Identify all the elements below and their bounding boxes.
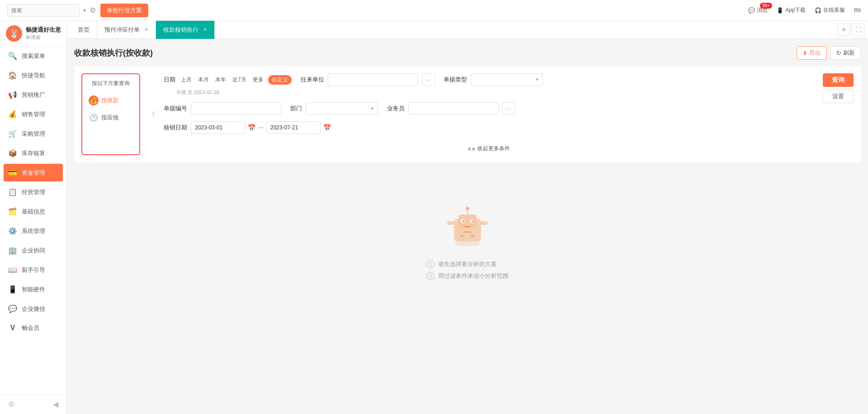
salesperson-dots-button[interactable]: ···	[502, 102, 515, 115]
sidebar-logo: 🐰 畅捷通好生意 标准版	[0, 21, 66, 46]
salesperson-input[interactable]	[408, 102, 499, 115]
sidebar-item-member[interactable]: V 畅会员	[0, 319, 66, 338]
writeoff-start-cal-icon[interactable]: 📅	[248, 124, 255, 131]
filter-collapse-arrow[interactable]: 《	[147, 101, 156, 128]
refresh-button[interactable]: ↻ 刷新	[830, 46, 861, 60]
sidebar-item-label: 库存核算	[22, 149, 45, 157]
settings-bottom-icon[interactable]: ⚙	[8, 400, 14, 409]
sidebar-item-label: 营销推广	[22, 91, 45, 99]
sidebar-item-label: 资金管理	[22, 169, 45, 177]
receipt-icon: 💰	[89, 95, 99, 105]
filter-option-by-receipt[interactable]: 💰 按收款	[86, 92, 136, 109]
user-profile[interactable]: Rit	[854, 7, 861, 14]
sidebar-item-hardware[interactable]: 📱 智能硬件	[0, 280, 66, 299]
online-service-button[interactable]: 🎧 在线客服	[815, 6, 845, 14]
sidebar-item-inventory[interactable]: 📦 库存核算	[0, 143, 66, 163]
sidebar-item-label: 智能硬件	[22, 286, 45, 294]
writeoff-date-end[interactable]	[266, 121, 321, 134]
query-btn-group: 查询 设置	[823, 73, 854, 103]
sidebar-item-purchase[interactable]: 🛒 采购管理	[0, 124, 66, 143]
sidebar-item-system[interactable]: ⚙️ 系统管理	[0, 221, 66, 241]
setting-button[interactable]: 设置	[823, 90, 854, 103]
filter-form-rows: 日期 上月 本月 本年 近7天 更多 自定义	[164, 73, 854, 155]
date-shortcut-more[interactable]: 更多	[251, 75, 265, 85]
collapse-sidebar-icon[interactable]: ◀	[53, 400, 58, 409]
sidebar-item-wechat[interactable]: 💬 企业微信	[0, 299, 66, 319]
dept-label: 部门	[290, 105, 302, 113]
search-input[interactable]	[7, 4, 80, 17]
sales-icon: 💰	[8, 110, 17, 119]
filter-panel-title: 按以下方案查询	[86, 80, 136, 87]
app-download-button[interactable]: 📱 App下载	[777, 6, 806, 14]
counterpart-input[interactable]	[328, 73, 418, 86]
tab-receivables-label: 收款核销执行	[163, 26, 198, 34]
export-button[interactable]: ⬆ 导出	[797, 46, 827, 60]
empty-steps: 1 请先选择要分析的方案 2 用过滤条件来缩小分析范围	[426, 260, 509, 280]
funds-icon: 💳	[8, 168, 17, 177]
user-name: Rit	[854, 7, 861, 14]
dept-select[interactable]	[306, 102, 378, 115]
tab-expand-button[interactable]: ⛶	[852, 24, 864, 36]
top-bar-right: 💬 消息 99+ 📱 App下载 🎧 在线客服 Rit	[748, 6, 861, 14]
voucher-type-select[interactable]	[471, 73, 543, 86]
page-title-bar: 收款核销执行(按收款) ⬆ 导出 ↻ 刷新	[74, 46, 861, 60]
collapse-more-button[interactable]: ∧∧ 收起更多条件	[164, 142, 814, 155]
dropdown-arrow-icon[interactable]: ▾	[83, 7, 86, 14]
svg-point-4	[462, 220, 464, 222]
step-num-1: 1	[426, 260, 434, 268]
tab-receivables[interactable]: 收款核销执行 ✕	[156, 21, 215, 39]
date-limit-text: 不限 至 2023-07-26	[176, 90, 219, 95]
date-shortcut-this-month[interactable]: 本月	[196, 75, 211, 85]
sidebar-item-guide[interactable]: 📖 新手引导	[0, 260, 66, 280]
sidebar-item-funds[interactable]: 💳 资金管理	[4, 164, 63, 181]
sidebar-item-sales[interactable]: 💰 销售管理	[0, 105, 66, 124]
tab-prepay-close[interactable]: ✕	[144, 27, 148, 33]
gear-icon[interactable]: ⚙	[90, 6, 96, 14]
filter-option-by-receivable[interactable]: 🕐 按应收	[86, 109, 136, 126]
voucher-no-input[interactable]	[191, 102, 281, 115]
sidebar-item-operations[interactable]: 📋 经营管理	[0, 182, 66, 202]
tab-prepay[interactable]: 预付冲应付单 ✕	[97, 21, 156, 39]
top-bar: ▾ ⚙ 体验行业方案 💬 消息 99+ 📱 App下载 🎧 在线客服 Rit	[0, 0, 868, 21]
voucher-no-field: 单据编号	[164, 102, 281, 115]
counterpart-dots-button[interactable]: ···	[422, 73, 434, 86]
sidebar-item-enterprise[interactable]: 🏢 企业协同	[0, 241, 66, 260]
sidebar-item-label: 销售管理	[22, 110, 45, 119]
query-button[interactable]: 查询	[823, 73, 854, 87]
page-content-area: 收款核销执行(按收款) ⬆ 导出 ↻ 刷新 按以下方案查询 💰 按收款	[67, 39, 868, 324]
sidebar-item-search[interactable]: 🔍 搜索菜单	[0, 46, 66, 66]
tab-receivables-close[interactable]: ✕	[203, 27, 207, 33]
empty-state: 1 请先选择要分析的方案 2 用过滤条件来缩小分析范围	[74, 162, 861, 316]
export-icon: ⬆	[802, 50, 807, 57]
sidebar-item-marketing[interactable]: 📢 营销推广	[0, 85, 66, 105]
date-shortcut-last-month[interactable]: 上月	[179, 75, 193, 85]
empty-step-1: 1 请先选择要分析的方案	[426, 260, 509, 268]
sidebar-item-basic-info[interactable]: 🗂️ 基础信息	[0, 202, 66, 221]
enterprise-icon: 🏢	[8, 246, 17, 255]
industry-solution-button[interactable]: 体验行业方案	[100, 4, 148, 17]
dept-field: 部门	[290, 102, 378, 115]
filter-by-receipt-label: 按收款	[101, 96, 119, 105]
brand-name: 畅捷通好生意	[26, 26, 61, 34]
tab-close-all-button[interactable]: ✕	[837, 24, 850, 36]
svg-rect-11	[460, 235, 464, 238]
writeoff-date-start[interactable]	[191, 121, 245, 134]
sidebar-item-label: 系统管理	[22, 227, 45, 235]
voucher-type-label: 单据类型	[443, 76, 467, 84]
filter-form: 日期 上月 本月 本年 近7天 更多 自定义	[164, 73, 854, 155]
date-shortcut-custom[interactable]: 自定义	[268, 75, 292, 85]
tab-home[interactable]: 首页	[71, 21, 97, 39]
tab-prepay-label: 预付冲应付单	[104, 26, 140, 34]
date-shortcut-7days[interactable]: 近7天	[231, 75, 248, 85]
system-icon: ⚙️	[8, 227, 17, 235]
dept-select-wrapper	[306, 102, 378, 115]
message-icon: 💬	[748, 7, 755, 14]
date-shortcut-this-year[interactable]: 本年	[213, 75, 228, 85]
sidebar-item-label: 采购管理	[22, 130, 45, 138]
sidebar-item-label: 新手引导	[22, 266, 45, 274]
sidebar-item-quick-nav[interactable]: 🏠 快捷导航	[0, 66, 66, 85]
writeoff-end-cal-icon[interactable]: 📅	[323, 124, 331, 131]
salesperson-label: 业务员	[387, 105, 405, 113]
message-button[interactable]: 💬 消息 99+	[748, 6, 768, 14]
member-icon: V	[8, 324, 17, 332]
